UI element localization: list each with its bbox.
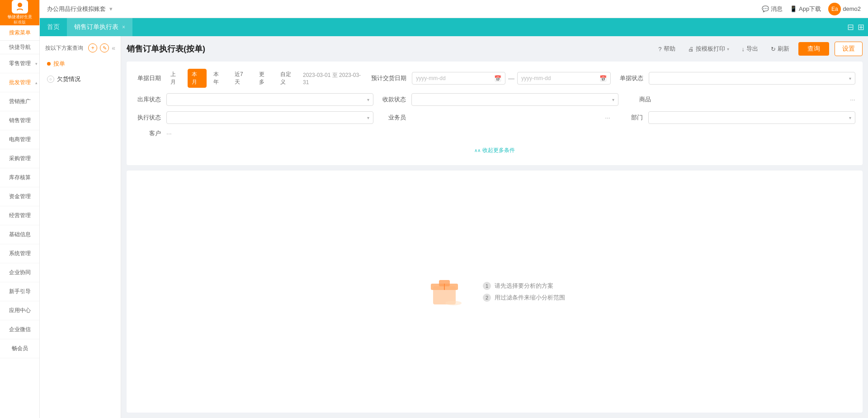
sidebar-quick[interactable]: 快捷导航	[0, 41, 39, 54]
chevron-up-icon: ▴	[35, 81, 38, 85]
sidebar-item-inventory[interactable]: 库存核算	[0, 168, 39, 187]
sidebar-item-newbie[interactable]: 新手引导	[0, 282, 39, 301]
status-dropdown-icon: ▾	[849, 76, 851, 81]
sidebar-item-finance[interactable]: 资金管理	[0, 187, 39, 206]
sidebar-item-enterprise[interactable]: 企业协同	[0, 263, 39, 282]
filter-panel: 单据日期 上月 本月 本年 近7天 更多 自定义 2023-03-01 至 20…	[127, 62, 863, 165]
tab-minimize-icon[interactable]: ⊟	[847, 22, 854, 32]
print-button[interactable]: 🖨 按模板打印 ▾	[684, 43, 733, 55]
empty-tip-2: 2 用过滤条件来缩小分析范围	[483, 294, 565, 302]
sidebar-item-purchase[interactable]: 采购管理	[0, 149, 39, 168]
sidebar-item-system[interactable]: 系统管理	[0, 244, 39, 263]
topbar-left: 办公用品行业模拟账套 ▾	[47, 5, 113, 13]
avatar: Ea	[828, 3, 841, 15]
logo-text: 畅捷通好生意	[8, 14, 32, 19]
set-button[interactable]: 设置	[835, 42, 863, 56]
left-panel-actions: + ✎ «	[88, 43, 115, 52]
expected-date-start[interactable]: yyyy-mm-dd 📅	[412, 72, 505, 85]
sidebar-item-retail[interactable]: 零售管理 ▾	[0, 54, 39, 73]
page-title: 销售订单执行表(按单)	[127, 43, 205, 54]
status-select[interactable]: ▾	[649, 72, 855, 85]
nav-label-wechat: 企业微信	[2, 326, 38, 333]
nav-label-inventory: 库存核算	[2, 174, 38, 181]
topbar-dropdown-arrow[interactable]: ▾	[109, 5, 113, 12]
collapse-more-button[interactable]: ∧∧ 收起更多条件	[134, 143, 855, 158]
sidebar-item-marketing[interactable]: 营销推广	[0, 92, 39, 111]
export-label: 导出	[746, 45, 758, 53]
menu-item-按单[interactable]: 按单	[40, 56, 121, 71]
date-btn-custom[interactable]: 自定义	[276, 69, 300, 88]
app-download-button[interactable]: 📱 App下载	[790, 5, 821, 13]
sidebar-item-operation[interactable]: 经营管理	[0, 206, 39, 225]
nav-label-system: 系统管理	[2, 250, 38, 257]
user-menu-button[interactable]: Ea demo2	[828, 3, 861, 15]
edit-scheme-button[interactable]: ✎	[100, 43, 109, 52]
product-ellipsis-button[interactable]: ···	[850, 96, 855, 103]
sidebar-search[interactable]: 搜索菜单	[0, 25, 39, 41]
filter-row-1: 单据日期 上月 本月 本年 近7天 更多 自定义 2023-03-01 至 20…	[134, 69, 855, 88]
tab-home[interactable]: 首页	[40, 18, 67, 36]
tab-sales-execution[interactable]: 销售订单执行表 ×	[67, 18, 132, 36]
app-label: App下载	[799, 5, 821, 13]
date-start-placeholder: yyyy-mm-dd	[416, 75, 445, 81]
date-btn-last-7days[interactable]: 近7天	[231, 69, 252, 88]
collapse-up-icon: ∧∧	[474, 148, 481, 153]
sidebar-item-wholesale[interactable]: 批发管理 ▴	[0, 73, 39, 92]
help-button[interactable]: ? 帮助	[655, 43, 679, 55]
chevron-down-icon: ▾	[35, 62, 38, 66]
nav-label-enterprise: 企业协同	[2, 269, 38, 276]
date-btn-this-month[interactable]: 本月	[188, 69, 206, 88]
sidebar-item-wechat[interactable]: 企业微信	[0, 320, 39, 339]
collect-status-select[interactable]: ▾	[411, 93, 618, 106]
expected-date-end[interactable]: yyyy-mm-dd 📅	[517, 72, 611, 85]
date-btn-last-month[interactable]: 上月	[166, 69, 185, 88]
nav-label-basic: 基础信息	[2, 231, 38, 238]
tab-close-icon[interactable]: ×	[122, 24, 125, 30]
message-label: 消息	[771, 5, 783, 13]
collapse-panel-button[interactable]: «	[112, 44, 115, 52]
dept-select[interactable]: ▾	[648, 111, 855, 124]
tab-home-label: 首页	[47, 23, 60, 31]
customer-label: 客户	[134, 129, 161, 138]
tabbar: 首页 销售订单执行表 × ⊟ ⊞	[40, 18, 868, 36]
left-panel-title: 按以下方案查询	[45, 44, 83, 52]
out-status-dropdown-icon: ▾	[367, 97, 369, 102]
exec-dropdown-icon: ▾	[367, 115, 369, 120]
sidebar-item-sales[interactable]: 销售管理	[0, 111, 39, 130]
date-range-text: 2023-03-01 至 2023-03-31	[303, 71, 365, 86]
date-btn-this-year[interactable]: 本年	[209, 69, 228, 88]
print-label: 按模板打印	[696, 45, 725, 53]
menu-item-欠货情况[interactable]: ○ 欠货情况	[40, 71, 121, 87]
sidebar-item-ecommerce[interactable]: 电商管理	[0, 130, 39, 149]
right-content: 销售订单执行表(按单) ? 帮助 🖨 按模板打印 ▾ ↓ 导出	[121, 36, 868, 418]
salesperson-ellipsis-button[interactable]: ···	[605, 114, 610, 121]
date-btn-more[interactable]: 更多	[255, 69, 274, 88]
sidebar-item-basic[interactable]: 基础信息	[0, 225, 39, 244]
exec-status-select[interactable]: ▾	[166, 111, 373, 124]
empty-icon-area: 1 请先选择要分析的方案 2 用过滤条件来缩小分析范围	[424, 271, 565, 312]
out-status-select[interactable]: ▾	[166, 93, 373, 106]
quick-label: 快捷导航	[9, 44, 31, 50]
tip-text-1: 请先选择要分析的方案	[495, 282, 553, 290]
tab-maximize-icon[interactable]: ⊞	[858, 22, 864, 32]
nav-label-purchase: 采购管理	[2, 155, 38, 162]
message-icon: 💬	[762, 5, 769, 12]
customer-ellipsis-button[interactable]: ···	[166, 130, 172, 137]
add-icon: +	[91, 45, 94, 51]
nav-label-operation: 经营管理	[2, 212, 38, 219]
salesperson-label: 业务员	[379, 114, 406, 122]
nav-label-wholesale: 批发管理	[2, 79, 38, 86]
export-button[interactable]: ↓ 导出	[738, 43, 762, 55]
add-scheme-button[interactable]: +	[88, 43, 97, 52]
refresh-button[interactable]: ↻ 刷新	[767, 43, 793, 55]
status-label: 单据状态	[616, 74, 643, 82]
message-button[interactable]: 💬 消息	[762, 5, 783, 13]
tab-sales-execution-label: 销售订单执行表	[74, 23, 118, 31]
content-area: 按以下方案查询 + ✎ « 按单 ○ 欠货情况	[40, 36, 868, 418]
dept-dropdown-icon: ▾	[849, 115, 851, 120]
calendar-icon-2: 📅	[599, 75, 607, 82]
sidebar-item-member[interactable]: 畅会员	[0, 339, 39, 358]
sidebar-item-appstore[interactable]: 应用中心	[0, 301, 39, 320]
menu-label-按单: 按单	[53, 60, 65, 68]
query-button[interactable]: 查询	[798, 42, 829, 56]
